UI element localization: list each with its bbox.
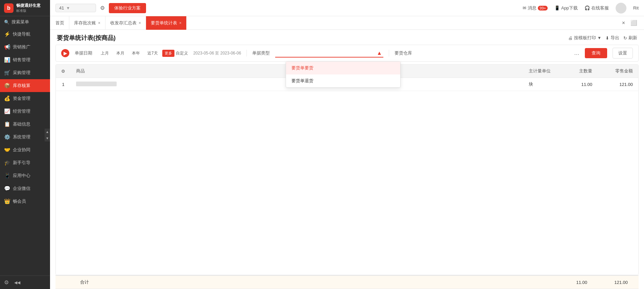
query-button[interactable]: 查询 [585, 48, 607, 58]
column-settings-icon[interactable]: ⚙ [61, 69, 65, 74]
row-amount: 121.00 [598, 78, 638, 91]
tabs-controls: × ⬜ [621, 20, 639, 26]
store-selector[interactable]: 41 ▼ [55, 4, 96, 12]
member-icon: 👑 [4, 198, 10, 204]
collapse-icon[interactable]: ◀◀ [14, 280, 20, 285]
main: 41 ▼ ⚙ 体验行业方案 ✉ 消息 99+ 📱 App下载 🎧 在线客服 Ri… [50, 0, 644, 289]
date-btn-7days[interactable]: 近7天 [144, 49, 161, 57]
sidebar-item-sales[interactable]: 📊 销售管理 [0, 53, 50, 66]
sidebar-scroll: ▲ ▼ [45, 129, 50, 141]
print-button[interactable]: 🖨 按模板打印 ▼ [568, 35, 601, 41]
sidebar: b 畅捷通好生意 标准版 🔍 搜索菜单 ⚡ 快捷导航 📢 营销推广 📊 销售管理… [0, 0, 50, 289]
date-btn-this-year[interactable]: 本年 [129, 49, 143, 57]
type-select-input[interactable] [275, 49, 383, 58]
col-header-unit: 主计量单位 [523, 65, 557, 78]
marketing-icon: 📢 [4, 44, 10, 50]
date-btn-custom[interactable]: 自定义 [176, 50, 188, 56]
sidebar-item-quick[interactable]: ⚡ 快捷导航 [0, 28, 50, 41]
date-btn-more[interactable]: 更多 [162, 50, 174, 57]
page-header: 要货单统计表(按商品) 🖨 按模板打印 ▼ ⬇ 导出 ↻ 刷新 [50, 30, 644, 45]
data-table: ⚙ 商品 主计量单位 主数量 零售金额 [55, 64, 639, 275]
message-icon: ✉ [523, 5, 526, 10]
export-icon: ⬇ [605, 36, 609, 41]
logo-icon: b [4, 3, 14, 13]
messages-badge: 99+ [538, 6, 548, 10]
sidebar-item-search[interactable]: 🔍 搜索菜单 [0, 16, 50, 28]
sidebar-item-wechat[interactable]: 💬 企业微信 [0, 182, 50, 195]
sidebar-item-business[interactable]: 📈 经营管理 [0, 105, 50, 118]
tab-close-order-stats[interactable]: × [179, 21, 182, 25]
sidebar-item-member[interactable]: 👑 畅会员 [0, 195, 50, 208]
type-select: ▲ [275, 49, 383, 58]
tab-close-inventory[interactable]: × [98, 21, 100, 25]
tab-order-stats[interactable]: 要货单统计表 × [146, 16, 187, 30]
col-header-amount: 零售金额 [598, 65, 638, 78]
sidebar-item-basic[interactable]: 📋 基础信息 [0, 118, 50, 131]
settings-bottom-icon[interactable]: ⚙ [4, 279, 9, 286]
sidebar-item-newbie[interactable]: 🎓 新手引导 [0, 156, 50, 169]
sidebar-item-inventory[interactable]: 📦 库存核算 [0, 79, 50, 92]
industry-button[interactable]: 体验行业方案 [109, 3, 146, 13]
date-label: 单据日期 [75, 50, 92, 56]
system-icon: ⚙️ [4, 134, 10, 140]
date-btn-this-month[interactable]: 本月 [113, 49, 127, 57]
close-all-tabs-button[interactable]: × [621, 20, 626, 26]
appstore-icon: 📱 [4, 173, 10, 179]
collab-icon: 🤝 [4, 147, 10, 153]
dropdown-option-order[interactable]: 要货单要货 [286, 62, 400, 74]
sidebar-item-purchase[interactable]: 🛒 采购管理 [0, 66, 50, 79]
footer-total-amount: 121.00 [593, 280, 633, 285]
business-icon: 📈 [4, 108, 10, 114]
type-label: 单据类型 [252, 50, 270, 56]
sidebar-item-system[interactable]: ⚙️ 系统管理 [0, 131, 50, 143]
maximize-button[interactable]: ⬜ [629, 20, 639, 26]
header-right: ✉ 消息 99+ 📱 App下载 🎧 在线客服 Rit [523, 3, 639, 14]
table-footer: 合计 11.00 121.00 [55, 275, 639, 289]
refresh-button[interactable]: ↻ 刷新 [623, 35, 637, 41]
purchase-icon: 🛒 [4, 70, 10, 76]
filter-divider-1 [246, 50, 247, 57]
dropdown-option-return[interactable]: 要货单退货 [286, 74, 400, 87]
date-btn-prev-month[interactable]: 上月 [98, 49, 112, 57]
filter-divider-2 [389, 50, 389, 57]
header-settings-icon[interactable]: ⚙ [100, 5, 105, 11]
sidebar-bottom: ⚙ ◀◀ [0, 275, 50, 289]
sidebar-item-appstore[interactable]: 📱 应用中心 [0, 169, 50, 182]
date-range-display: 2023-05-06 至 2023-06-06 [193, 50, 241, 56]
settings-filter-button[interactable]: 设置 [613, 48, 633, 59]
type-dropdown: 要货单要货 要货单退货 [286, 61, 401, 88]
tab-home[interactable]: 首页 [55, 16, 69, 30]
type-select-arrow[interactable]: ▲ [377, 50, 382, 56]
scroll-down-arrow[interactable]: ▼ [46, 136, 49, 140]
username: Rit [633, 5, 639, 10]
tab-close-summary[interactable]: × [139, 21, 141, 25]
filter-bar: ▶ 单据日期 上月 本月 本年 近7天 更多 自定义 2023-05-06 至 … [55, 45, 639, 62]
print-dropdown-icon: ▼ [597, 36, 601, 40]
warehouse-input[interactable] [418, 49, 569, 57]
sidebar-item-collab[interactable]: 🤝 企业协同 [0, 143, 50, 156]
search-icon: 🔍 [4, 20, 9, 25]
row-unit: 块 [523, 78, 557, 91]
page-content: 要货单统计表(按商品) 🖨 按模板打印 ▼ ⬇ 导出 ↻ 刷新 ▶ [50, 30, 644, 289]
inventory-icon: 📦 [4, 83, 10, 89]
top-header: 41 ▼ ⚙ 体验行业方案 ✉ 消息 99+ 📱 App下载 🎧 在线客服 Ri… [50, 0, 644, 16]
tabs-bar: 首页 库存批次账 × 收发存汇总表 × 要货单统计表 × × ⬜ [50, 16, 644, 30]
wechat-icon: 💬 [4, 185, 10, 192]
scroll-up-arrow[interactable]: ▲ [46, 130, 49, 134]
sales-icon: 📊 [4, 57, 10, 63]
tab-inventory-batch[interactable]: 库存批次账 × [69, 16, 105, 30]
filter-more-button[interactable]: … [574, 50, 579, 56]
header-online-service[interactable]: 🎧 在线客服 [585, 5, 609, 11]
footer-total-label: 合计 [74, 279, 95, 285]
header-app-download[interactable]: 📱 App下载 [554, 5, 578, 11]
finance-icon: 💰 [4, 95, 10, 102]
logo-text: 畅捷通好生意 标准版 [16, 3, 41, 13]
user-avatar[interactable] [616, 3, 626, 14]
filter-expand-button[interactable]: ▶ [61, 49, 69, 57]
logo: b 畅捷通好生意 标准版 [0, 0, 50, 16]
header-messages[interactable]: ✉ 消息 99+ [523, 5, 548, 11]
sidebar-item-marketing[interactable]: 📢 营销推广 [0, 41, 50, 53]
export-button[interactable]: ⬇ 导出 [605, 35, 619, 41]
sidebar-item-finance[interactable]: 💰 资金管理 [0, 92, 50, 105]
tab-summary[interactable]: 收发存汇总表 × [105, 16, 146, 30]
